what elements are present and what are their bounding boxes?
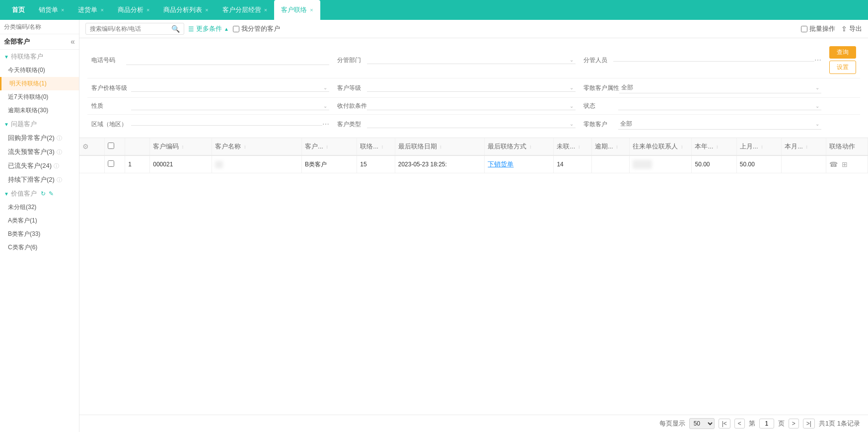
bulk-op-btn[interactable]: 批量操作 [801,24,835,33]
sidebar-item-declining[interactable]: 持续下滑客户(2) ⓘ [0,173,79,187]
nav-tab-0-close[interactable]: × [61,7,64,13]
per-page-select[interactable]: 50 100 200 [689,418,715,429]
triangle-icon2: ▼ [4,122,9,127]
sidebar-item-btype[interactable]: B类客户(33) [0,227,79,241]
sidebar: 🔍 全部客户 « ▼ 待联络客户 今天待联络(0) 明天待联络(1) 近7天待联… [0,20,79,432]
last-page-btn[interactable]: >| [803,419,815,429]
col-thisyear-sort-icon[interactable]: ↕ [716,144,719,149]
value-refresh-icon[interactable]: ↻ [41,190,46,197]
query-btn[interactable]: 查询 [829,46,856,59]
triangle-icon: ▼ [4,54,9,60]
select-all-checkbox[interactable] [108,143,114,149]
filter-input-manager[interactable] [613,59,814,62]
sidebar-item-warning[interactable]: 流失预警客户(3) ⓘ [0,145,79,159]
toolbar: 🔍 ☰ 更多条件 ▲ 我分管的客户 批量操作 ⇪ 导出 [79,20,868,38]
col-uncontact: 未联... ↕ [554,138,591,155]
filter-select-price-level[interactable]: ⌄ [131,84,329,92]
nav-tab-2-close[interactable]: × [146,7,149,13]
help-icon-2[interactable]: ⓘ [54,162,59,170]
my-customers-label: 我分管的客户 [241,24,280,33]
nav-tab-5[interactable]: 客户联络 × [274,0,320,20]
bulk-op-checkbox[interactable] [801,26,807,32]
first-page-btn[interactable]: |< [719,419,730,429]
sidebar-search-input[interactable] [4,23,78,30]
filter-select-dept[interactable]: ⌄ [367,56,575,64]
table-container[interactable]: ⚙ 客户编码 ↕ 客户名称 ↕ [79,138,868,415]
sidebar-item-overdue[interactable]: 逾期未联络(30) [0,104,79,117]
action-icons-group: ☎⊞ [829,160,865,168]
help-icon-3[interactable]: ⓘ [57,176,62,184]
sidebar-item-today[interactable]: 今天待联络(0) [0,64,79,77]
filter-dots-region[interactable]: ⋯ [322,120,329,128]
sidebar-collapse-icon[interactable]: « [71,37,75,46]
filter-select-nature[interactable]: ⌄ [131,102,329,110]
settings-btn[interactable]: 设置 [829,61,856,74]
filter-input-region[interactable] [131,123,322,126]
prev-page-btn[interactable]: < [734,419,745,429]
row-last-way[interactable]: 下销货单 [485,155,554,173]
nav-tab-2[interactable]: 商品分析 × [111,0,156,20]
col-year-sort-icon[interactable]: ↕ [681,144,683,149]
nav-tab-4[interactable]: 客户分层经营 × [216,0,274,20]
settings-gear-icon[interactable]: ⚙ [82,143,89,150]
filter-more-btn[interactable]: ☰ 更多条件 ▲ [188,24,229,33]
col-name-sort-icon[interactable]: ↕ [244,144,246,149]
nav-tab-1[interactable]: 进货单 × [71,0,110,20]
nav-tab-3[interactable]: 商品分析列表 × [156,0,215,20]
abnormal-label: 回购异常客户(2) [8,134,55,143]
last-way-link[interactable]: 下销货单 [488,160,513,168]
value-edit-icon[interactable]: ✎ [49,190,54,197]
filter-input-phone[interactable] [126,56,329,65]
search-input[interactable] [90,25,169,32]
col-lastmonth-sort-icon[interactable]: ↕ [761,144,763,149]
col-last-way: 最后联络方式 ↕ [485,138,554,155]
sidebar-item-ungrouped[interactable]: 未分组(32) [0,201,79,214]
sidebar-item-lost[interactable]: 已流失客户(24) ⓘ [0,159,79,173]
nav-tab-5-close[interactable]: × [310,7,313,13]
nav-tab-1-close[interactable]: × [100,7,103,13]
col-uncontact-sort-icon[interactable]: ↕ [578,144,580,149]
chevron-price-level-icon: ⌄ [323,85,327,90]
help-icon-0[interactable]: ⓘ [57,135,62,142]
sidebar-all-customers[interactable]: 全部客户 « [0,34,79,50]
help-icon-1[interactable]: ⓘ [57,148,62,156]
filter-label-manager: 分管人员 [583,56,613,65]
value-label: 价值客户 [11,189,37,198]
filter-dots-manager[interactable]: ⋯ [814,56,821,64]
col-code-sort-icon[interactable]: ↕ [182,144,184,149]
filter-select-status[interactable]: ⌄ [618,102,821,110]
filter-select-retail-attr[interactable]: 全部 ⌄ [619,82,821,93]
col-type-sort-icon[interactable]: ↕ [326,144,328,149]
my-customers-checkbox[interactable] [233,26,239,32]
export-btn[interactable]: ⇪ 导出 [841,24,862,33]
action-phone-icon[interactable]: ☎ [829,160,838,168]
filter-label-price-level: 客户价格等级 [91,84,131,92]
row-checkbox[interactable] [108,160,114,167]
nav-tab-0[interactable]: 销货单 × [32,0,71,20]
my-customers-check[interactable]: 我分管的客户 [233,24,280,33]
sidebar-item-7days[interactable]: 近7天待联络(0) [0,90,79,104]
search-submit-icon[interactable]: 🔍 [171,25,180,33]
sidebar-item-tomorrow[interactable]: 明天待联络(1) [0,77,79,90]
sidebar-item-atype[interactable]: A类客户(1) [0,214,79,227]
filter-select-cust-type[interactable]: ⌄ [367,120,575,128]
col-thismonth-sort-icon[interactable]: ↕ [805,144,808,149]
col-contact-sort-icon[interactable]: ↕ [381,144,383,149]
page-num-input[interactable] [759,419,774,429]
filter-select-cust-level[interactable]: ⌄ [367,84,575,92]
nav-tab-4-close[interactable]: × [264,7,267,13]
nav-home[interactable]: 首页 [5,0,32,20]
next-page-btn[interactable]: > [789,419,799,429]
sidebar-item-abnormal[interactable]: 回购异常客户(2) ⓘ [0,131,79,145]
col-overdue-sort-icon[interactable]: ↕ [616,144,618,149]
col-contact-label: 联络... [360,143,378,150]
sidebar-item-ctype[interactable]: C类客户(6) [0,241,79,254]
filter-cell-cust-type: 客户类型 ⌄ [333,118,579,131]
filter-select-payment[interactable]: ⌄ [367,102,575,110]
action-grid-icon[interactable]: ⊞ [842,160,848,168]
nav-tab-3-close[interactable]: × [205,7,208,13]
col-last-way-sort-icon[interactable]: ↕ [529,144,532,149]
col-last-date-sort-icon[interactable]: ↕ [439,144,442,149]
row-name[interactable]: Ea [212,155,302,173]
filter-select-retail[interactable]: 全部 ⌄ [618,119,821,130]
